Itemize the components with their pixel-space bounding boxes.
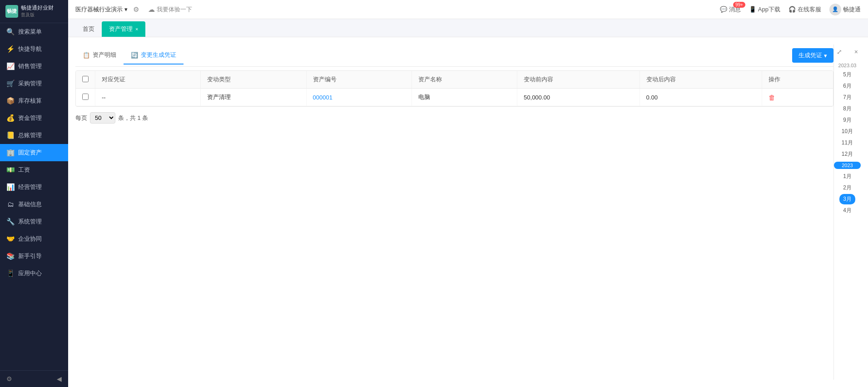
sidebar-label-sales: 销售管理 xyxy=(18,62,42,70)
app-download-btn[interactable]: 📱 App下载 xyxy=(749,5,780,14)
timeline-month[interactable]: 9月 xyxy=(834,114,861,126)
per-page-select[interactable]: 102050100 xyxy=(90,112,115,124)
timeline-month[interactable]: 12月 xyxy=(834,149,861,160)
sidebar-label-inventory: 库存核算 xyxy=(18,97,42,105)
table-row: -- 资产清理 000001 电脑 50,000.00 0.00 🗑 xyxy=(76,89,833,106)
user-btn[interactable]: 👤 畅捷通 xyxy=(829,4,861,15)
top-header: 医疗器械行业演示 ▾ ⚙ ☁ 我要体验一下 💬 消息 99+ 📱 App下载 🎧… xyxy=(68,0,868,19)
sidebar-item-fixed-assets[interactable]: 🏢固定资产 xyxy=(0,144,68,161)
timeline-scroll: 2023.035月6月7月8月9月10月11月12月20231月2月3月4月 xyxy=(834,48,861,376)
table-header-row: 对应凭证 变动类型 资产编号 资产名称 变动前内容 变动后内容 操作 xyxy=(76,71,833,89)
user-label: 畅捷通 xyxy=(843,5,861,14)
row-checkbox-0[interactable] xyxy=(82,94,89,100)
row-voucher: -- xyxy=(95,89,201,106)
sidebar: 畅捷 畅捷通好业财 普及版 🔍搜索菜单⚡快捷导航📈销售管理🛒采购管理📦库存核算💰… xyxy=(0,0,68,387)
experience-text: 我要体验一下 xyxy=(157,5,192,14)
avatar: 👤 xyxy=(829,4,841,15)
tab-asset-management[interactable]: 资产管理 × xyxy=(102,21,145,37)
timeline-month[interactable]: 5月 xyxy=(834,69,861,80)
row-checkbox-cell xyxy=(76,89,95,106)
close-icon[interactable]: × xyxy=(854,48,858,55)
sidebar-icon-finance: 💰 xyxy=(6,114,15,122)
delete-icon[interactable]: 🗑 xyxy=(769,94,775,101)
sidebar-icon-purchase: 🛒 xyxy=(6,79,15,88)
sidebar-item-collab[interactable]: 🤝企业协同 xyxy=(0,230,68,248)
pagination: 每页 102050100 条，共 1 条 xyxy=(75,107,833,124)
sidebar-item-sales[interactable]: 📈销售管理 xyxy=(0,58,68,75)
th-asset-code: 资产编号 xyxy=(306,71,412,89)
timeline-month[interactable]: 7月 xyxy=(834,92,861,103)
sidebar-label-guide: 新手引导 xyxy=(18,252,42,260)
timeline-month[interactable]: 3月 xyxy=(839,194,855,204)
logo-icon: 畅捷 xyxy=(5,5,18,18)
sidebar-label-ledger: 总账管理 xyxy=(18,131,42,139)
row-action: 🗑 xyxy=(762,89,833,106)
sidebar-item-payroll[interactable]: 💵工资 xyxy=(0,161,68,179)
settings-gear-icon[interactable]: ⚙ xyxy=(133,5,139,14)
sidebar-item-quick-nav[interactable]: ⚡快捷导航 xyxy=(0,40,68,58)
sidebar-icon-operations: 📊 xyxy=(6,183,15,191)
collapse-icon[interactable]: ◀ xyxy=(57,375,62,382)
sidebar-item-base-info[interactable]: 🗂基础信息 xyxy=(0,196,68,213)
sidebar-label-collab: 企业协同 xyxy=(18,235,42,243)
data-table: 对应凭证 变动类型 资产编号 资产名称 变动前内容 变动后内容 操作 -- 资产… xyxy=(75,70,833,107)
main-area: 医疗器械行业演示 ▾ ⚙ ☁ 我要体验一下 💬 消息 99+ 📱 App下载 🎧… xyxy=(68,0,868,387)
app-label: App下载 xyxy=(758,5,780,14)
sub-tab-change-voucher-label: 变更生成凭证 xyxy=(141,51,176,59)
tab-home[interactable]: 首页 xyxy=(75,21,102,37)
sidebar-label-operations: 经营管理 xyxy=(18,183,42,191)
timeline-month[interactable]: 11月 xyxy=(834,137,861,149)
row-asset-code: 000001 xyxy=(306,89,412,106)
sidebar-item-finance[interactable]: 💰资金管理 xyxy=(0,109,68,127)
sub-tab-change-voucher[interactable]: 🔄 变更生成凭证 xyxy=(124,46,184,64)
list-icon: 📋 xyxy=(83,52,90,59)
tab-active-label: 资产管理 xyxy=(109,25,133,33)
th-change-type: 变动类型 xyxy=(201,71,306,89)
timeline-panel: ⤢ × 2023.035月6月7月8月9月10月11月12月20231月2月3月… xyxy=(833,45,861,380)
content-area: 📋 资产明细 🔄 变更生成凭证 生成凭证 ▾ xyxy=(68,37,868,387)
timeline-month[interactable]: 8月 xyxy=(834,103,861,114)
asset-table: 对应凭证 变动类型 资产编号 资产名称 变动前内容 变动后内容 操作 -- 资产… xyxy=(76,71,833,106)
timeline-month[interactable]: 1月 xyxy=(834,171,861,182)
sidebar-label-quick-nav: 快捷导航 xyxy=(18,45,42,53)
logo-text: 畅捷通好业财 普及版 xyxy=(21,5,54,18)
sidebar-icon-system: 🔧 xyxy=(6,218,15,226)
timeline-month[interactable]: 6月 xyxy=(834,80,861,92)
sidebar-item-app-center[interactable]: 📱应用中心 xyxy=(0,265,68,282)
sidebar-icon-guide: 📚 xyxy=(6,252,15,260)
sidebar-icon-app-center: 📱 xyxy=(6,269,15,278)
experience-btn[interactable]: ☁ 我要体验一下 xyxy=(148,5,192,14)
select-all-checkbox[interactable] xyxy=(82,76,89,82)
sidebar-item-system[interactable]: 🔧系统管理 xyxy=(0,213,68,230)
sidebar-icon-ledger: 📒 xyxy=(6,131,15,139)
sidebar-item-search[interactable]: 🔍搜索菜单 xyxy=(0,23,68,40)
message-icon: 💬 xyxy=(720,6,727,13)
generate-voucher-button[interactable]: 生成凭证 ▾ xyxy=(792,48,833,63)
change-icon: 🔄 xyxy=(131,52,138,59)
sidebar-item-operations[interactable]: 📊经营管理 xyxy=(0,179,68,196)
company-selector[interactable]: 医疗器械行业演示 ▾ xyxy=(75,5,128,14)
sidebar-item-purchase[interactable]: 🛒采购管理 xyxy=(0,75,68,92)
settings-icon[interactable]: ⚙ xyxy=(6,375,12,382)
generate-voucher-label: 生成凭证 xyxy=(799,51,822,60)
sidebar-label-base-info: 基础信息 xyxy=(18,200,42,208)
sidebar-icon-collab: 🤝 xyxy=(6,235,15,243)
expand-icon[interactable]: ⤢ xyxy=(837,48,842,55)
sidebar-icon-search: 🔍 xyxy=(6,28,15,36)
sidebar-item-guide[interactable]: 📚新手引导 xyxy=(0,248,68,265)
header-right: 💬 消息 99+ 📱 App下载 🎧 在线客服 👤 畅捷通 xyxy=(720,4,861,15)
sub-tab-asset-detail[interactable]: 📋 资产明细 xyxy=(75,46,124,64)
timeline-month[interactable]: 4月 xyxy=(834,205,861,216)
service-btn[interactable]: 🎧 在线客服 xyxy=(789,5,821,14)
sidebar-item-ledger[interactable]: 📒总账管理 xyxy=(0,127,68,144)
row-change-type: 资产清理 xyxy=(201,89,306,106)
timeline-month[interactable]: 2月 xyxy=(834,182,861,194)
timeline-month[interactable]: 10月 xyxy=(834,126,861,137)
headset-icon: 🎧 xyxy=(789,6,796,13)
sidebar-item-inventory[interactable]: 📦库存核算 xyxy=(0,92,68,109)
message-btn[interactable]: 💬 消息 99+ xyxy=(720,5,741,14)
sub-tab-asset-detail-label: 资产明细 xyxy=(93,51,116,59)
row-after-change: 0.00 xyxy=(640,89,762,106)
tab-close-icon[interactable]: × xyxy=(135,26,138,32)
sidebar-label-search: 搜索菜单 xyxy=(18,28,42,36)
